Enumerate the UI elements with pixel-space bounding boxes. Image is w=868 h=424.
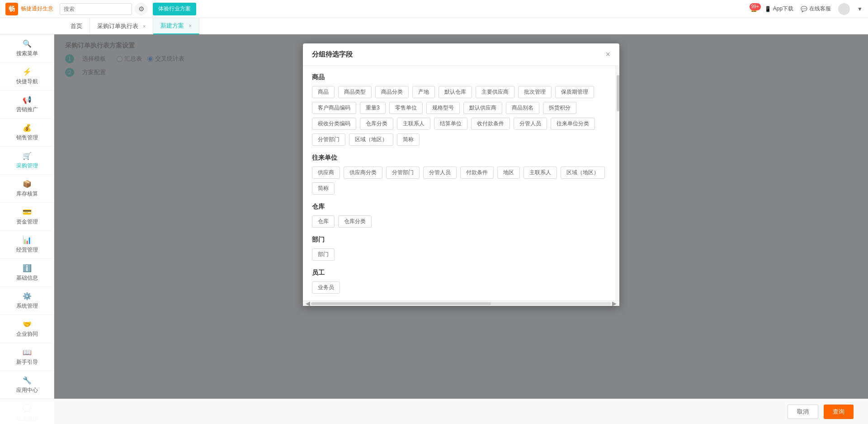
section-department: 部门 部门 <box>312 236 607 261</box>
field-weight3[interactable]: 重量3 <box>360 102 386 114</box>
field-warehouse-cat[interactable]: 仓库分类 <box>338 215 372 228</box>
field-product[interactable]: 商品 <box>312 86 335 98</box>
field-abbr2[interactable]: 简称 <box>312 182 335 195</box>
purchase-icon: 🛒 <box>23 151 32 160</box>
sidebar-item-newbie[interactable]: 📖 新手引导 <box>0 343 54 371</box>
field-expiry-mgmt[interactable]: 保质期管理 <box>555 86 594 98</box>
modal-backdrop: 分组待选字段 × 商品 商品 商品类型 商品分类 产地 <box>54 34 868 424</box>
field-product-alias[interactable]: 商品别名 <box>506 102 539 114</box>
avatar[interactable] <box>838 3 850 15</box>
inventory-icon: 📦 <box>23 179 32 188</box>
sidebar-item-search[interactable]: 🔍 搜索菜单 <box>0 34 54 62</box>
field-retail-unit[interactable]: 零售单位 <box>389 102 423 114</box>
field-batch-mgmt[interactable]: 批次管理 <box>518 86 552 98</box>
tab-home[interactable]: 首页 <box>63 18 90 34</box>
section-product-title: 商品 <box>312 73 607 81</box>
field-product-type[interactable]: 商品类型 <box>338 86 372 98</box>
field-supplier-category[interactable]: 供应商分类 <box>344 167 382 179</box>
sidebar-item-collab[interactable]: 🤝 企业协同 <box>0 315 54 343</box>
tab-purchase-order[interactable]: 采购订单执行表 × <box>90 18 153 34</box>
field-partner-category[interactable]: 往来单位分类 <box>551 118 595 130</box>
sidebar-item-inventory[interactable]: 📦 库存核算 <box>0 175 54 203</box>
field-payment-cond[interactable]: 付款条件 <box>460 167 494 179</box>
field-warehouse-category[interactable]: 仓库分类 <box>360 118 393 130</box>
system-icon: ⚙️ <box>23 291 32 300</box>
field-main-contact2[interactable]: 主联系人 <box>524 167 557 179</box>
trial-btn[interactable]: 体验行业方案 <box>153 3 196 15</box>
modal-vscrollbar[interactable] <box>616 66 619 300</box>
field-warehouse[interactable]: 仓库 <box>312 215 335 228</box>
field-origin[interactable]: 产地 <box>412 86 435 98</box>
field-managing-dept[interactable]: 分管部门 <box>312 133 345 146</box>
app-download-btn[interactable]: 📱 App下载 <box>764 5 793 13</box>
finance-icon: 💳 <box>23 207 32 216</box>
notification-btn[interactable]: 🔔 99+ <box>750 6 757 12</box>
department-field-grid: 部门 <box>312 248 607 261</box>
sidebar-item-inventory-label: 库存核算 <box>16 190 38 198</box>
field-region2[interactable]: 地区 <box>497 167 520 179</box>
cancel-button[interactable]: 取消 <box>788 405 818 419</box>
tab-new-plan[interactable]: 新建方案 × <box>153 18 199 34</box>
field-unpack-points[interactable]: 拆货积分 <box>543 102 576 114</box>
field-region-area2[interactable]: 区域（地区） <box>561 167 605 179</box>
online-service-label: 在线客服 <box>809 5 831 13</box>
expand-icon[interactable]: ▼ <box>857 6 863 12</box>
confirm-button[interactable]: 查询 <box>824 405 854 419</box>
field-selection-modal: 分组待选字段 × 商品 商品 商品类型 商品分类 产地 <box>303 43 619 306</box>
modal-header: 分组待选字段 × <box>303 43 619 66</box>
field-payment-terms[interactable]: 收付款条件 <box>471 118 510 130</box>
apps-icon: 🔧 <box>23 376 32 385</box>
product-field-grid: 商品 商品类型 商品分类 产地 默认仓库 主要供应商 批次管理 保质期管理 客户… <box>312 86 607 146</box>
top-bar: 畅 畅捷通好生意 ⚙ 体验行业方案 🔔 99+ 📱 App下载 💬 在线客服 ▼ <box>0 0 868 18</box>
tab-new-plan-close[interactable]: × <box>189 23 191 29</box>
field-region-product[interactable]: 区域（地区） <box>349 133 393 146</box>
field-product-category[interactable]: 商品分类 <box>375 86 409 98</box>
field-managing-person2[interactable]: 分管人员 <box>423 167 457 179</box>
settings-button[interactable]: ⚙ <box>135 3 147 15</box>
hscroll-right-btn[interactable]: ▶ <box>611 300 618 307</box>
hscroll-thumb <box>311 302 491 305</box>
section-counterpart-title: 往来单位 <box>312 154 607 162</box>
field-customer-product-code[interactable]: 客户商品编码 <box>312 102 356 114</box>
field-main-supplier[interactable]: 主要供应商 <box>476 86 514 98</box>
sidebar-item-basic-info[interactable]: ℹ️ 基础信息 <box>0 259 54 287</box>
basic-info-icon: ℹ️ <box>23 263 32 272</box>
newbie-icon: 📖 <box>23 348 32 357</box>
collab-icon: 🤝 <box>23 319 32 329</box>
modal-body: 商品 商品 商品类型 商品分类 产地 默认仓库 主要供应商 批次管理 保质期管理 <box>303 66 616 300</box>
logo-area: 畅 畅捷通好生意 <box>5 3 60 15</box>
sidebar-item-finance[interactable]: 💳 资金管理 <box>0 203 54 231</box>
sidebar-item-system[interactable]: ⚙️ 系统管理 <box>0 287 54 315</box>
tab-new-plan-label: 新建方案 <box>160 22 184 30</box>
section-warehouse: 仓库 仓库 仓库分类 <box>312 203 607 228</box>
field-managing-dept2[interactable]: 分管部门 <box>386 167 420 179</box>
field-default-warehouse[interactable]: 默认仓库 <box>439 86 472 98</box>
search-input[interactable] <box>60 3 132 15</box>
tab-purchase-order-close[interactable]: × <box>143 24 146 29</box>
sidebar-item-quick-nav[interactable]: ⚡ 快捷导航 <box>0 62 54 91</box>
sidebar-item-ops[interactable]: 📊 经营管理 <box>0 231 54 259</box>
modal-close-btn[interactable]: × <box>605 50 610 59</box>
sidebar-item-apps[interactable]: 🔧 应用中心 <box>0 371 54 399</box>
sidebar-item-finance-label: 资金管理 <box>16 218 38 226</box>
sidebar-item-sales[interactable]: 💰 销售管理 <box>0 119 54 147</box>
field-tax-code[interactable]: 税收分类编码 <box>312 118 356 130</box>
field-settlement-unit[interactable]: 结算单位 <box>434 118 467 130</box>
sidebar-item-marketing[interactable]: 📢 营销推广 <box>0 91 54 119</box>
field-abbr-product[interactable]: 简称 <box>397 133 420 146</box>
hscroll-left-btn[interactable]: ◀ <box>305 300 311 307</box>
sidebar-item-ops-label: 经营管理 <box>16 246 38 254</box>
download-icon: 📱 <box>764 6 771 12</box>
warehouse-field-grid: 仓库 仓库分类 <box>312 215 607 228</box>
field-manager[interactable]: 分管人员 <box>514 118 547 130</box>
online-service-btn[interactable]: 💬 在线客服 <box>801 5 831 13</box>
field-department[interactable]: 部门 <box>312 248 335 261</box>
field-main-contact[interactable]: 主联系人 <box>397 118 430 130</box>
field-spec-model[interactable]: 规格型号 <box>426 102 460 114</box>
field-salesperson[interactable]: 业务员 <box>312 281 340 294</box>
field-default-supplier[interactable]: 默认供应商 <box>463 102 502 114</box>
modal-hscrollbar[interactable]: ◀ ▶ <box>303 300 619 306</box>
sidebar-item-purchase[interactable]: 🛒 采购管理 <box>0 147 54 175</box>
field-supplier[interactable]: 供应商 <box>312 167 340 179</box>
modal-title: 分组待选字段 <box>312 50 353 59</box>
